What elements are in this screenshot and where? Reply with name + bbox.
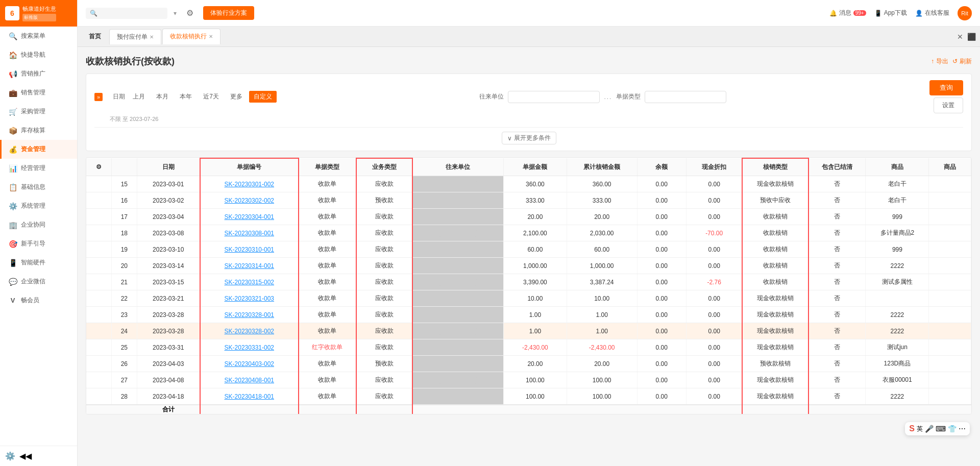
cell-include-cleared: 否 — [808, 225, 866, 241]
bill-no-link[interactable]: SK-20230403-002 — [225, 360, 274, 367]
col-settings[interactable]: ⚙ — [86, 158, 112, 176]
topbar-dropdown-arrow[interactable]: ▾ — [174, 10, 177, 17]
bill-no-link[interactable]: SK-20230301-002 — [225, 181, 274, 188]
tab-home[interactable]: 首页 — [82, 29, 108, 44]
col-cash-discount[interactable]: 现金折扣 — [686, 158, 742, 176]
cell-bill-no[interactable]: SK-20230408-001 — [200, 372, 299, 388]
sidebar-item-wechat[interactable]: 💬 企业微信 — [0, 272, 77, 291]
col-bill-type[interactable]: 单据类型 — [299, 158, 356, 176]
sidebar-item-corp[interactable]: 🏢 企业协同 — [0, 215, 77, 234]
bill-no-link[interactable]: SK-20230302-002 — [225, 197, 274, 204]
topbar-search-input[interactable] — [100, 10, 151, 17]
table-row: 162023-03-02SK-20230302-002收款单预收款████333… — [86, 192, 971, 209]
cell-bill-no[interactable]: SK-20230315-002 — [200, 274, 299, 290]
cell-bill-no[interactable]: SK-20230304-001 — [200, 209, 299, 225]
expand-more-button[interactable]: ∨ 展开更多条件 — [502, 132, 556, 144]
sidebar-item-purchase[interactable]: 🛒 采购管理 — [0, 102, 77, 121]
bill-no-link[interactable]: SK-20230308-001 — [225, 230, 274, 237]
tab-collection[interactable]: 收款核销执行 ✕ — [162, 29, 220, 44]
tab-advance[interactable]: 预付应付单 ✕ — [109, 29, 161, 44]
bill-no-link[interactable]: SK-20230408-001 — [225, 377, 274, 384]
filter-partner-input[interactable] — [508, 91, 600, 103]
bill-no-link[interactable]: SK-20230328-001 — [225, 311, 274, 318]
input-toolbar-mic[interactable]: 🎤 — [925, 425, 934, 433]
industry-plan-button[interactable]: 体验行业方案 — [203, 6, 254, 20]
sidebar-item-inventory[interactable]: 📦 库存核算 — [0, 121, 77, 140]
sidebar-item-search[interactable]: 🔍 搜索菜单 — [0, 27, 77, 45]
input-toolbar-grid[interactable]: ⌨ — [936, 425, 946, 433]
sidebar-item-system[interactable]: ⚙️ 系统管理 — [0, 197, 77, 215]
cell-biz-type: 应收款 — [356, 241, 412, 258]
cell-bill-no[interactable]: SK-20230328-002 — [200, 323, 299, 339]
bill-no-link[interactable]: SK-20230304-001 — [225, 213, 274, 220]
input-toolbar-shirt[interactable]: 👕 — [948, 425, 957, 433]
filter-date-custom[interactable]: 自定义 — [249, 91, 277, 103]
cell-bill-no[interactable]: SK-20230310-001 — [200, 241, 299, 258]
filter-date-this-year[interactable]: 本年 — [175, 91, 197, 103]
cell-bill-no[interactable]: SK-20230302-002 — [200, 192, 299, 209]
filter-date-7days[interactable]: 近7天 — [199, 91, 224, 103]
sidebar-item-operations[interactable]: 📊 经营管理 — [0, 159, 77, 178]
col-product[interactable]: 商品 — [866, 158, 929, 176]
sidebar-item-sales[interactable]: 💼 销售管理 — [0, 83, 77, 102]
filter-partner-dots[interactable]: ... — [604, 93, 612, 101]
query-button[interactable]: 查询 — [929, 80, 963, 95]
col-verify-type[interactable]: 核销类型 — [742, 158, 808, 176]
tab-close-all-icon[interactable]: ✕ — [957, 33, 963, 41]
table-wrapper[interactable]: ⚙ 日期 单据编号 单据类型 业务类型 往来单位 单据金额 累计核销金额 余额 … — [86, 158, 971, 414]
col-date[interactable]: 日期 — [137, 158, 200, 176]
sidebar-item-quick-nav[interactable]: 🏠 快捷导航 — [0, 45, 77, 64]
online-service-button[interactable]: 👤 在线客服 — [915, 9, 949, 17]
col-product2[interactable]: 商品 — [929, 158, 971, 176]
collapse-icon[interactable]: ◀◀ — [19, 451, 32, 461]
filter-date-more[interactable]: 更多 — [226, 91, 247, 103]
export-button[interactable]: ↑ 导出 — [931, 57, 948, 66]
sidebar-item-basic-info[interactable]: 📋 基础信息 — [0, 178, 77, 197]
tab-advance-close[interactable]: ✕ — [150, 34, 154, 40]
tab-collection-close[interactable]: ✕ — [209, 34, 213, 39]
col-balance[interactable]: 余额 — [637, 158, 686, 176]
sidebar-item-marketing[interactable]: 📢 营销推广 — [0, 64, 77, 83]
bill-no-link[interactable]: SK-20230314-001 — [225, 262, 274, 269]
cell-bill-no[interactable]: SK-20230308-001 — [200, 225, 299, 241]
cell-bill-no[interactable]: SK-20230301-002 — [200, 176, 299, 192]
topbar-gear[interactable]: ⚙ — [183, 6, 197, 20]
col-biz-type[interactable]: 业务类型 — [356, 158, 412, 176]
settings-button[interactable]: 设置 — [934, 97, 963, 113]
filter-date-this-month[interactable]: 本月 — [152, 91, 173, 103]
col-verified-amount[interactable]: 累计核销金额 — [567, 158, 637, 176]
col-bill-no[interactable]: 单据编号 — [200, 158, 299, 176]
collapse-filter-btn[interactable]: » — [94, 93, 103, 101]
bill-no-link[interactable]: SK-20230331-002 — [225, 344, 274, 351]
cell-bill-no[interactable]: SK-20230403-002 — [200, 356, 299, 372]
filter-bill-type-select[interactable] — [645, 91, 726, 103]
sidebar-item-guide[interactable]: 🎯 新手引导 — [0, 234, 77, 253]
bill-no-link[interactable]: SK-20230310-001 — [225, 246, 274, 253]
cell-bill-no[interactable]: SK-20230314-001 — [200, 258, 299, 274]
input-toolbar-more[interactable]: ⋯ — [959, 425, 966, 433]
bill-no-link[interactable]: SK-20230418-001 — [225, 393, 274, 400]
cell-bill-no[interactable]: SK-20230418-001 — [200, 388, 299, 405]
col-partner[interactable]: 往来单位 — [412, 158, 504, 176]
tab-expand-icon[interactable]: ⬛ — [967, 33, 976, 41]
sidebar-item-member[interactable]: V 畅会员 — [0, 291, 77, 310]
column-settings-icon[interactable]: ⚙ — [96, 163, 102, 170]
user-avatar[interactable]: Rit — [958, 6, 972, 20]
messages-button[interactable]: 🔔 消息 99+ — [829, 9, 866, 17]
topbar-search[interactable]: 🔍 — [86, 8, 167, 19]
cell-bill-no[interactable]: SK-20230328-001 — [200, 307, 299, 323]
settings-bottom-icon[interactable]: ⚙️ — [5, 451, 15, 461]
app-download-button[interactable]: 📱 App下载 — [874, 9, 907, 17]
bill-no-link[interactable]: SK-20230328-002 — [225, 328, 274, 335]
cell-balance: 0.00 — [637, 241, 686, 258]
filter-date-last-month[interactable]: 上月 — [128, 91, 150, 103]
col-bill-amount[interactable]: 单据金额 — [504, 158, 567, 176]
bill-no-link[interactable]: SK-20230321-003 — [225, 295, 274, 302]
refresh-button[interactable]: ↺ 刷新 — [952, 57, 972, 66]
sidebar-item-hardware[interactable]: 📱 智能硬件 — [0, 253, 77, 272]
col-include-cleared[interactable]: 包含已结清 — [808, 158, 866, 176]
cell-bill-no[interactable]: SK-20230321-003 — [200, 290, 299, 307]
cell-bill-no[interactable]: SK-20230331-002 — [200, 339, 299, 356]
sidebar-item-finance[interactable]: 💰 资金管理 — [0, 140, 77, 159]
bill-no-link[interactable]: SK-20230315-002 — [225, 279, 274, 286]
